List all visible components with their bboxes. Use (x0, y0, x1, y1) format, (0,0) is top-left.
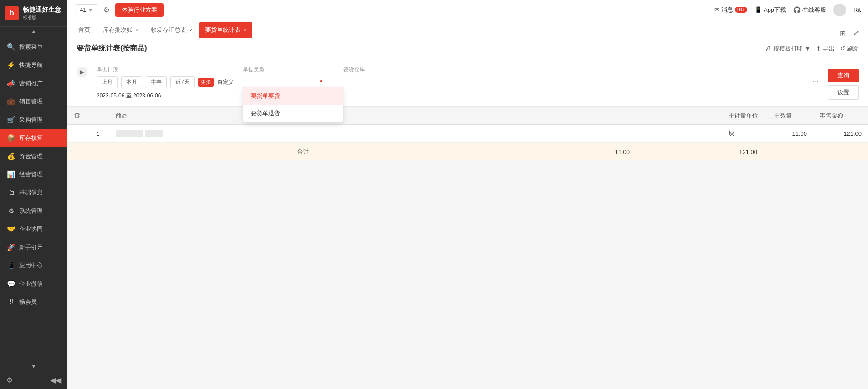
sidebar-item-label: 企业微信 (19, 280, 43, 288)
sidebar-footer: ⚙ ◀◀ (0, 371, 67, 389)
sidebar-item-enterprise[interactable]: 🤝 企业协同 (0, 220, 67, 238)
custom-date-btn[interactable]: 自定义 (217, 78, 234, 86)
sidebar-item-label: 企业协同 (19, 225, 43, 233)
refresh-icon: ↺ (840, 45, 845, 52)
type-filter-group: 单据类型 ▲ 要货单要货 要货单退货 (243, 66, 334, 86)
user-name-text: Rit (853, 6, 861, 13)
sidebar-item-label: 系统管理 (19, 207, 43, 215)
message-icon: ✉ (714, 6, 719, 13)
tab-fullscreen-btn[interactable]: ⤢ (849, 28, 863, 38)
refresh-btn[interactable]: ↺ 刷新 (840, 45, 859, 53)
sidebar-item-operations[interactable]: 📊 经营管理 (0, 165, 67, 184)
type-arrow-icon[interactable]: ▲ (318, 77, 324, 84)
finance-icon: 💰 (6, 152, 15, 161)
sidebar-item-label: 畅会员 (19, 298, 37, 306)
marketing-icon: 📣 (6, 79, 15, 88)
main-content: 41 ▼ ⚙ 体验行业方案 ✉ 消息 99+ 📱 App下载 🎧 在线客服 Ri… (67, 0, 868, 389)
sidebar-item-system[interactable]: ⚙ 系统管理 (0, 202, 67, 220)
sidebar: b 畅捷通好生意 标准版 ▲ 🔍 搜索菜单⚡ 快捷导航📣 营销推广💼 销售管理🛒… (0, 0, 67, 389)
dropdown-item-order-return[interactable]: 要货单退货 (243, 105, 343, 122)
sales-icon: 💼 (6, 97, 15, 106)
sidebar-item-marketing[interactable]: 📣 营销推广 (0, 74, 67, 92)
enterprise-wechat-icon: 💬 (6, 279, 15, 288)
date-range-display: 2023-05-06 至 2023-06-06 (97, 92, 234, 100)
table-gear-icon[interactable]: ⚙ (74, 112, 80, 119)
warehouse-select[interactable]: ··· (343, 75, 819, 87)
sidebar-item-label: 搜索菜单 (19, 43, 43, 51)
messages-btn[interactable]: ✉ 消息 99+ (714, 6, 747, 14)
col-header-unit: 主计量单位 (722, 107, 768, 125)
sidebar-item-purchase[interactable]: 🛒 采购管理 (0, 111, 67, 129)
app-center-icon: 📱 (6, 261, 15, 270)
dropdown-item-order-goods[interactable]: 要货单要货 (243, 87, 343, 105)
sidebar-nav: 🔍 搜索菜单⚡ 快捷导航📣 营销推广💼 销售管理🛒 采购管理📦 库存核算💰 资金… (0, 36, 67, 362)
this-year-btn[interactable]: 本年 (146, 76, 167, 88)
type-filter-label: 单据类型 (243, 66, 334, 73)
prev-month-btn[interactable]: 上月 (97, 76, 118, 88)
sidebar-item-label: 快捷导航 (19, 61, 43, 69)
sidebar-scroll-down[interactable]: ▼ (0, 362, 67, 371)
col-header-qty: 主数量 (768, 107, 813, 125)
sidebar-item-base-info[interactable]: 🗂 基础信息 (0, 184, 67, 202)
sidebar-item-finance[interactable]: 💰 资金管理 (0, 147, 67, 165)
sidebar-item-quick-nav[interactable]: ⚡ 快捷导航 (0, 56, 67, 74)
tab-receivables[interactable]: 收发存汇总表 × (144, 21, 198, 38)
col-header-num (87, 107, 109, 125)
product-bar-2 (145, 130, 163, 137)
sidebar-item-enterprise-wechat[interactable]: 💬 企业微信 (0, 275, 67, 293)
type-dropdown-menu: 要货单要货 要货单退货 (243, 87, 343, 123)
sidebar-item-sales[interactable]: 💼 销售管理 (0, 92, 67, 111)
topbar: 41 ▼ ⚙ 体验行业方案 ✉ 消息 99+ 📱 App下载 🎧 在线客服 Ri… (67, 0, 868, 20)
export-btn[interactable]: ⬆ 导出 (816, 45, 835, 53)
sidebar-item-inventory[interactable]: 📦 库存核算 (0, 129, 67, 147)
product-placeholder (116, 130, 716, 137)
tab-order-stats[interactable]: 要货单统计表 × (199, 22, 252, 38)
close-tab-receivables-icon[interactable]: × (189, 27, 192, 33)
page-title: 要货单统计表(按商品) (77, 44, 147, 53)
query-btn[interactable]: 查询 (828, 69, 859, 82)
app-title: 畅捷通好生意 标准版 (23, 5, 61, 21)
company-selector[interactable]: 41 ▼ (75, 4, 98, 15)
date-filter-group: 单据日期 上月 本月 本年 近7天 更多 自定义 2023-05-06 至 20… (97, 66, 234, 100)
sidebar-item-label: 采购管理 (19, 116, 43, 124)
sidebar-item-newbie[interactable]: 🚀 新手引导 (0, 238, 67, 256)
purchase-icon: 🛒 (6, 115, 15, 124)
close-tab-order-stats-icon[interactable]: × (243, 27, 246, 33)
table-row: 1 块 11.00 121.00 (67, 125, 868, 143)
topbar-gear-icon[interactable]: ⚙ (103, 5, 110, 14)
sidebar-item-app-center[interactable]: 📱 应用中心 (0, 256, 67, 275)
tab-home[interactable]: 首页 (72, 21, 97, 38)
print-btn[interactable]: 🖨 按模板打印 ▼ (765, 45, 811, 53)
tab-inventory-batch[interactable]: 库存批次账 × (97, 21, 144, 38)
recent7-btn[interactable]: 近7天 (170, 76, 195, 88)
this-month-btn[interactable]: 本月 (121, 76, 142, 88)
sidebar-header: b 畅捷通好生意 标准版 (0, 0, 67, 27)
search-icon: 🔍 (6, 42, 15, 51)
data-table: ⚙ 商品 主计量单位 主数量 零售金额 (67, 107, 868, 143)
row-unit-cell: 块 (722, 125, 768, 143)
user-avatar[interactable] (833, 4, 846, 16)
close-tab-inventory-batch-icon[interactable]: × (135, 27, 138, 33)
settings-icon[interactable]: ⚙ (6, 376, 13, 384)
app-download-btn[interactable]: 📱 App下载 (755, 6, 786, 14)
sidebar-item-search[interactable]: 🔍 搜索菜单 (0, 38, 67, 56)
col-header-settings: ⚙ (67, 107, 87, 125)
print-icon: 🖨 (765, 45, 771, 52)
trial-button[interactable]: 体验行业方案 (115, 3, 164, 17)
tab-expand-btn[interactable]: ⊞ (836, 29, 849, 38)
type-select[interactable]: ▲ (243, 75, 334, 86)
filter-settings-btn[interactable]: 设置 (828, 85, 859, 100)
sidebar-item-label: 资金管理 (19, 152, 43, 160)
warehouse-more-icon[interactable]: ··· (813, 77, 819, 85)
sidebar-scroll-up[interactable]: ▲ (0, 27, 67, 36)
collapse-icon[interactable]: ◀◀ (50, 376, 61, 384)
type-dropdown-container: ▲ 要货单要货 要货单退货 (243, 75, 334, 86)
sidebar-item-member[interactable]: 🎖 畅会员 (0, 293, 67, 311)
online-service-btn[interactable]: 🎧 在线客服 (793, 6, 826, 14)
sidebar-item-label: 新手引导 (19, 243, 43, 251)
type-input[interactable] (243, 77, 316, 84)
filter-expand-btn[interactable]: ▶ (77, 67, 87, 77)
more-date-badge[interactable]: 更多 (198, 78, 214, 87)
topbar-right: ✉ 消息 99+ 📱 App下载 🎧 在线客服 Rit (714, 4, 861, 16)
footer-price-value: 121.00 (721, 148, 757, 155)
